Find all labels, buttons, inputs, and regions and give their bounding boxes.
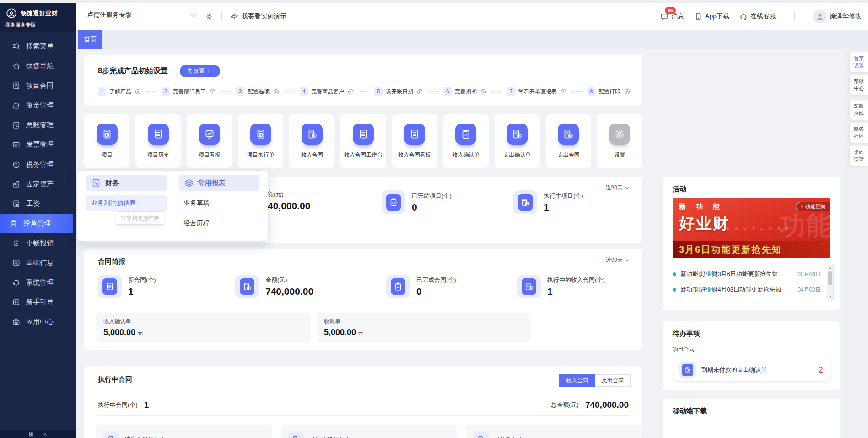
sidebar-item-quick-nav[interactable]: 快捷导航: [0, 56, 76, 76]
app-label: 设置: [614, 151, 625, 159]
setup-step-4[interactable]: 4完善商品客户: [300, 87, 354, 96]
setup-step-7[interactable]: 7学习开单查报表: [507, 87, 567, 96]
app-income-workbench[interactable]: 收入合同工作台: [340, 114, 386, 168]
sidebar-item-base-info[interactable]: 基础信息: [0, 253, 76, 273]
sidebar-item-business-management[interactable]: 经营管理: [0, 214, 73, 233]
activity-banner[interactable]: 新 功 能 ⚡功能更新 好业财 H A O Y E C A I 功能 3月6日功…: [673, 198, 830, 258]
stat-label: 执行中项目(个): [544, 192, 583, 200]
sidebar-item-tax[interactable]: 税务管理: [0, 155, 76, 174]
project-brief-range-select[interactable]: 近90天: [606, 184, 631, 192]
chevron-down-icon: [625, 257, 630, 262]
settings-gear-icon[interactable]: [205, 12, 213, 21]
sidebar-item-invoice[interactable]: 发票管理: [0, 135, 76, 155]
edge-tab-label: 首页: [854, 55, 864, 62]
flyout-reports-header[interactable]: 常用报表: [179, 175, 259, 191]
sidebar-item-system[interactable]: 系统管理: [0, 273, 76, 292]
activity-scrollbar[interactable]: ▲ ▼: [827, 265, 834, 300]
collapse-sidebar-icon[interactable]: [42, 432, 48, 437]
tab-home[interactable]: 首页: [78, 30, 102, 49]
app-expense-confirm[interactable]: 支出确认单: [495, 114, 540, 168]
demo-label: 我要看实例演示: [242, 12, 286, 21]
project-brief-finished-stat: 已完结项目(个) 0: [382, 190, 452, 214]
app-project-board[interactable]: 项目看板: [187, 114, 232, 168]
go-setup-button[interactable]: 去设置 〉: [180, 65, 220, 77]
confirmed-receivable-subcard[interactable]: 已应收确认(元): [281, 425, 457, 438]
sidebar-item-fixed-assets[interactable]: 固定资产: [0, 174, 76, 194]
scroll-down-icon[interactable]: ▼: [829, 294, 832, 300]
receipt-subcard[interactable]: 收款单 5,000.00元: [317, 313, 531, 342]
income-confirm-subcard[interactable]: 收入确认单 5,000.00元: [96, 313, 310, 342]
workspace-select[interactable]: 卢儒佳服务专版: [87, 11, 197, 22]
sidebar-item-project-contract[interactable]: 项目合同: [0, 76, 76, 96]
edge-tab-service-hotline[interactable]: 客服热线: [850, 100, 868, 120]
app-project[interactable]: 项目: [84, 114, 129, 168]
play-icon[interactable]: [273, 88, 280, 95]
play-icon[interactable]: [135, 88, 141, 95]
contract-brief-range-select[interactable]: 近90天: [606, 256, 631, 264]
app-income-contract[interactable]: 收入合同: [289, 114, 334, 168]
received-subcard[interactable]: 已收款(元): [466, 425, 642, 438]
app-income-board[interactable]: 收入合同看板: [392, 114, 437, 168]
edge-tab-desktop-shortcut[interactable]: 桌面快捷: [850, 146, 868, 166]
app-download-button[interactable]: App下载: [694, 12, 729, 21]
app-project-history[interactable]: 项目历史: [135, 114, 181, 168]
pending-receivable-subcard[interactable]: 待应收确认(元): [96, 425, 272, 438]
sidebar-item-newbie-guide[interactable]: 新手引导: [0, 292, 76, 312]
banner-strip: 3月6日功能更新抢先知: [673, 241, 830, 258]
play-icon[interactable]: [209, 88, 216, 95]
sidebar-item-general-ledger[interactable]: 总账管理: [0, 115, 76, 135]
app-income-confirm[interactable]: 收入确认单: [443, 114, 489, 168]
edge-tab-service-community[interactable]: 服务社区: [850, 123, 868, 143]
app-expense-contract[interactable]: 支出合同: [546, 114, 591, 168]
setup-step-6[interactable]: 6完善期初: [443, 87, 487, 96]
demo-link[interactable]: 我要看实例演示: [230, 12, 286, 21]
edge-tab-label: 快捷: [854, 156, 864, 162]
system-icon: [12, 278, 21, 287]
messages-button[interactable]: 消息 65: [660, 12, 684, 21]
edge-tab-help-center[interactable]: 帮助中心: [850, 75, 868, 95]
edge-tab-home-settings[interactable]: 首页设置: [850, 52, 868, 72]
sidebar-item-funds[interactable]: 资金管理: [0, 96, 76, 115]
income-workbench-icon: [353, 124, 374, 145]
play-icon[interactable]: [347, 88, 354, 95]
setup-step-8[interactable]: 8配置打印: [587, 87, 631, 96]
app-project-exec-order[interactable]: 项目执行单: [238, 114, 283, 168]
play-icon[interactable]: [416, 88, 423, 95]
play-icon[interactable]: [480, 88, 487, 95]
income-contract-button[interactable]: 收入合同: [559, 374, 595, 387]
activity-item[interactable]: 新功能|好业财3月6日功能更新抢先知 03月06日: [673, 266, 821, 282]
received-icon: [473, 432, 489, 438]
setup-step-1[interactable]: 1了解产品: [98, 87, 141, 96]
sidebar-item-search-menu[interactable]: 搜索菜单: [0, 37, 76, 56]
menu-item-business-draft[interactable]: 业务草稿: [179, 195, 259, 211]
menu-item-profit-forecast[interactable]: 业务利润预估表: [86, 195, 167, 211]
activity-item[interactable]: 新功能|好业财4月03日功能更新抢先知 04月03日: [673, 282, 821, 297]
grid-icon[interactable]: [28, 432, 34, 437]
mobile-download-card: 移动端下载: [663, 399, 840, 438]
todo-item-overdue-expense[interactable]: 到期未付款的支出确认单 2: [673, 358, 830, 382]
online-service-button[interactable]: 在线客服: [739, 12, 776, 21]
flyout-finance-header[interactable]: 财务: [86, 175, 167, 191]
new-badge-icon: [12, 298, 21, 307]
setup-step-2[interactable]: 2完善部门员工: [162, 87, 216, 96]
play-icon[interactable]: [624, 88, 631, 95]
income-contract-icon: [302, 124, 323, 145]
scroll-up-icon[interactable]: ▲: [829, 265, 832, 270]
setup-step-3[interactable]: 3配置选项: [236, 87, 280, 96]
activity-item-date: 03月06日: [798, 270, 821, 278]
sidebar-item-payroll[interactable]: 工资: [0, 194, 76, 214]
app-settings[interactable]: 设置: [597, 114, 642, 168]
setup-step-5[interactable]: 5设开账日期: [374, 87, 423, 96]
sidebar-item-expense[interactable]: 小畅报销: [0, 233, 76, 253]
messages-badge: 65: [665, 7, 676, 14]
brand-logo-icon: [5, 7, 17, 19]
menu-item-business-history[interactable]: 经营历程: [179, 216, 259, 231]
expense-contract-button[interactable]: 支出合同: [595, 374, 631, 387]
chevron-down-icon: [190, 11, 195, 16]
scrollbar-thumb[interactable]: [828, 271, 832, 285]
headset-icon: [739, 12, 748, 21]
todo-group-label: 项目合同: [673, 346, 830, 353]
sidebar-item-app-center[interactable]: 应用中心: [0, 312, 76, 332]
play-icon[interactable]: [560, 88, 567, 95]
user-menu[interactable]: 徐泽华修改: [813, 10, 862, 23]
